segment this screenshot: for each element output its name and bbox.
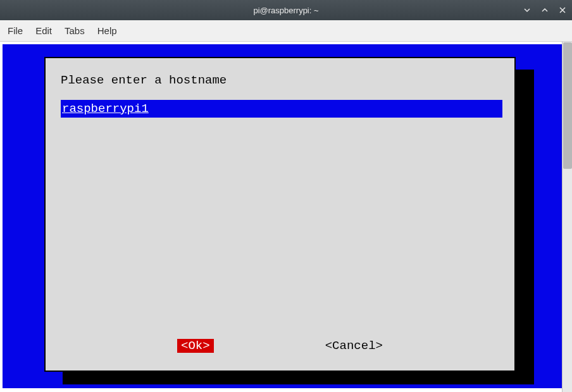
menu-edit[interactable]: Edit <box>35 25 52 36</box>
terminal-area: Please enter a hostname <Ok> <Cancel> <box>0 42 572 392</box>
menubar: File Edit Tabs Help <box>0 20 572 42</box>
window-controls <box>523 6 567 15</box>
window-title: pi@raspberrypi: ~ <box>253 6 318 15</box>
hostname-dialog: Please enter a hostname <Ok> <Cancel> <box>44 57 516 372</box>
terminal-background: Please enter a hostname <Ok> <Cancel> <box>3 44 562 388</box>
dialog-buttons: <Ok> <Cancel> <box>46 339 514 353</box>
cancel-button[interactable]: <Cancel> <box>325 339 383 353</box>
hostname-input[interactable] <box>61 100 502 118</box>
close-icon[interactable] <box>558 6 567 15</box>
minimize-icon[interactable] <box>523 6 532 15</box>
dialog-prompt: Please enter a hostname <box>61 73 227 87</box>
maximize-icon[interactable] <box>540 6 549 15</box>
scrollbar-thumb[interactable] <box>563 42 572 169</box>
menu-help[interactable]: Help <box>97 25 117 36</box>
scrollbar[interactable] <box>562 42 572 392</box>
titlebar: pi@raspberrypi: ~ <box>0 0 572 20</box>
ok-button[interactable]: <Ok> <box>177 339 214 353</box>
menu-tabs[interactable]: Tabs <box>65 25 85 36</box>
menu-file[interactable]: File <box>8 25 23 36</box>
